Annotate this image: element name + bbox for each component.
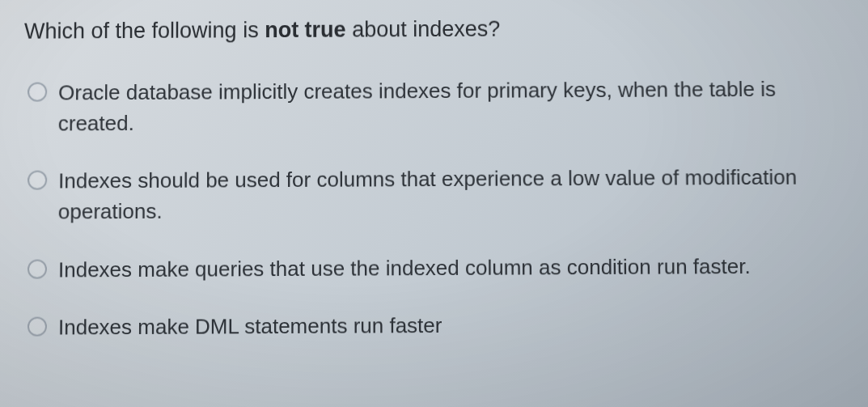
- radio-icon[interactable]: [28, 82, 47, 101]
- option-label: Indexes make DML statements run faster: [58, 311, 442, 343]
- option-row[interactable]: Indexes make DML statements run faster: [28, 309, 853, 344]
- question-pre: Which of the following is: [24, 18, 265, 44]
- option-row[interactable]: Indexes make queries that use the indexe…: [28, 251, 853, 286]
- option-label: Indexes make queries that use the indexe…: [58, 252, 751, 286]
- question-bold: not true: [265, 18, 346, 43]
- option-row[interactable]: Oracle database implicitly creates index…: [28, 74, 853, 139]
- option-label: Indexes should be used for columns that …: [58, 163, 836, 227]
- option-label: Oracle database implicitly creates index…: [58, 74, 836, 138]
- radio-icon[interactable]: [28, 259, 47, 278]
- radio-icon[interactable]: [28, 171, 47, 190]
- question-prompt: Which of the following is not true about…: [24, 12, 853, 47]
- question-post: about indexes?: [346, 17, 501, 42]
- options-list: Oracle database implicitly creates index…: [24, 76, 852, 341]
- option-row[interactable]: Indexes should be used for columns that …: [28, 163, 853, 228]
- radio-icon[interactable]: [28, 317, 47, 337]
